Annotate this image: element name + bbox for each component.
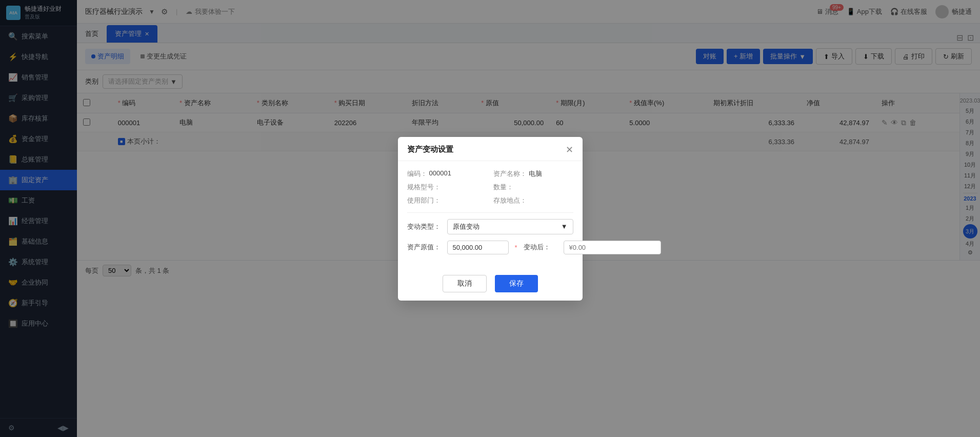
modal-original-value-input[interactable] bbox=[447, 241, 509, 254]
modal-asset-name-field: 资产名称： 电脑 bbox=[493, 169, 573, 178]
modal-spec-field: 规格型号： bbox=[407, 183, 487, 192]
modal-code-field: 编码： 000001 bbox=[407, 169, 487, 178]
modal-dept-field: 使用部门： bbox=[407, 196, 487, 205]
asset-change-modal: 资产变动设置 ✕ 编码： 000001 资产名称： 电脑 规格型号： 数量： bbox=[398, 137, 583, 301]
modal-title: 资产变动设置 bbox=[407, 145, 453, 154]
cancel-button[interactable]: 取消 bbox=[443, 275, 487, 292]
modal-change-type-row: 变动类型： 原值变动 ▼ bbox=[407, 219, 573, 234]
modal-change-type-value: 原值变动 bbox=[453, 222, 479, 231]
modal-quantity-field: 数量： bbox=[493, 183, 573, 192]
modal-change-type-label: 变动类型： bbox=[407, 222, 443, 231]
modal-close-icon[interactable]: ✕ bbox=[566, 144, 573, 155]
modal-header: 资产变动设置 ✕ bbox=[398, 137, 583, 161]
modal-values-row: 资产原值： * 变动后： bbox=[407, 241, 573, 254]
modal-after-label: 变动后： bbox=[524, 243, 559, 252]
modal-location-field: 存放地点： bbox=[493, 196, 573, 205]
required-star: * bbox=[515, 244, 517, 251]
modal-overlay: 资产变动设置 ✕ 编码： 000001 资产名称： 电脑 规格型号： 数量： bbox=[0, 0, 980, 437]
modal-info-grid: 编码： 000001 资产名称： 电脑 规格型号： 数量： 使用部门： bbox=[407, 169, 573, 205]
modal-after-input[interactable] bbox=[564, 241, 661, 254]
modal-body: 编码： 000001 资产名称： 电脑 规格型号： 数量： 使用部门： bbox=[398, 161, 583, 269]
modal-asset-name-value: 电脑 bbox=[529, 169, 542, 178]
modal-footer: 取消 保存 bbox=[398, 269, 583, 301]
modal-change-type-select[interactable]: 原值变动 ▼ bbox=[447, 219, 573, 234]
save-button[interactable]: 保存 bbox=[495, 275, 538, 292]
modal-divider bbox=[407, 212, 573, 213]
modal-code-value: 000001 bbox=[429, 169, 451, 178]
modal-original-value-label: 资产原值： bbox=[407, 243, 443, 252]
chevron-down-icon: ▼ bbox=[561, 223, 568, 230]
